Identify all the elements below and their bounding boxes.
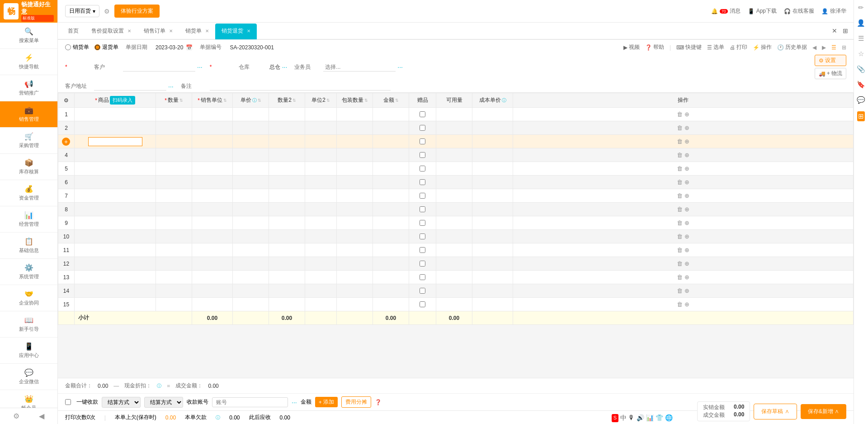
copy-row-icon[interactable]: ⊕	[684, 192, 689, 199]
sidebar-item-search[interactable]: 🔍 搜索菜单	[0, 23, 57, 49]
gift-checkbox[interactable]	[420, 261, 425, 267]
settings-bottom-icon[interactable]: ⚙	[13, 412, 19, 420]
list-view-icon[interactable]: ☰	[831, 44, 836, 51]
copy-row-icon[interactable]: ⊕	[684, 247, 689, 253]
nav-prev-icon[interactable]: ◀	[812, 44, 816, 51]
gift-checkbox[interactable]	[420, 274, 425, 280]
gift-checkbox[interactable]	[420, 301, 425, 307]
split-view-btn[interactable]: ⊞	[841, 26, 850, 35]
settings-btn[interactable]: ⚙ 设置	[815, 55, 846, 66]
qty2-sort-icon[interactable]: ⇅	[292, 98, 296, 103]
gift-checkbox[interactable]	[420, 247, 425, 253]
calendar-icon[interactable]: 📅	[186, 44, 193, 51]
delete-row-icon[interactable]: 🗑	[677, 192, 683, 199]
amount-sort-icon[interactable]: ⇅	[395, 98, 399, 103]
gift-checkbox[interactable]	[420, 138, 425, 144]
rp-edit-icon[interactable]: ✏	[858, 4, 864, 12]
tab-sales-order[interactable]: 销售订单 ✕	[137, 24, 179, 39]
product-input[interactable]	[88, 137, 142, 146]
user-item[interactable]: 👤 徐泽华	[821, 7, 846, 15]
expense-split-btn[interactable]: 费用分摊	[341, 396, 371, 408]
gift-checkbox[interactable]	[420, 152, 425, 158]
staff-input[interactable]	[323, 63, 396, 71]
calc-method-2-select[interactable]: 结算方式	[144, 397, 183, 408]
sidebar-item-member[interactable]: 👑 畅会员	[0, 390, 57, 408]
industry-select[interactable]: 日用百货 ▾	[65, 5, 99, 17]
sidebar-item-sales[interactable]: 💼 销售管理	[0, 101, 57, 128]
pack-sort-icon[interactable]: ⇅	[364, 98, 368, 103]
rp-list-icon[interactable]: ☰	[858, 34, 864, 43]
account-input[interactable]	[212, 397, 288, 407]
sidebar-item-system[interactable]: ⚙️ 系统管理	[0, 259, 57, 285]
toolbar-help[interactable]: ❓ 帮助	[645, 43, 664, 51]
one-click-payment-checkbox[interactable]	[65, 399, 71, 405]
delete-row-icon[interactable]: 🗑	[677, 287, 683, 294]
experience-btn[interactable]: 体验行业方案	[114, 5, 160, 18]
staff-ellipsis[interactable]: ···	[397, 63, 403, 71]
sidebar-item-wechat[interactable]: 💬 企业微信	[0, 364, 57, 390]
unit2-sort-icon[interactable]: ⇅	[326, 98, 330, 103]
copy-row-icon[interactable]: ⊕	[684, 287, 689, 294]
radio-delivery[interactable]: 销货单	[65, 43, 89, 51]
notes-input[interactable]	[210, 82, 391, 91]
gift-checkbox[interactable]	[420, 111, 425, 117]
copy-row-icon[interactable]: ⊕	[684, 124, 689, 131]
sidebar-item-enterprise[interactable]: 🤝 企业协同	[0, 285, 57, 311]
customer-ellipsis[interactable]: ···	[197, 63, 203, 71]
toolbar-print[interactable]: 🖨 打印	[730, 43, 747, 51]
sidebar-item-marketing[interactable]: 📢 营销推广	[0, 75, 57, 101]
gift-checkbox[interactable]	[420, 206, 425, 212]
address-input[interactable]	[94, 82, 166, 91]
tab-home[interactable]: 首页	[61, 24, 85, 39]
copy-row-icon[interactable]: ⊕	[684, 165, 689, 172]
copy-row-icon[interactable]: ⊕	[684, 138, 689, 145]
delete-row-icon[interactable]: 🗑	[677, 165, 683, 172]
delete-row-icon[interactable]: 🗑	[677, 301, 683, 308]
add-row-btn[interactable]: +	[62, 138, 70, 146]
copy-row-icon[interactable]: ⊕	[684, 111, 689, 118]
grid-view-icon[interactable]: ⊞	[842, 44, 846, 51]
copy-row-icon[interactable]: ⊕	[684, 274, 689, 281]
delete-row-icon[interactable]: 🗑	[677, 219, 683, 226]
rp-bookmark-icon[interactable]: 🔖	[857, 81, 865, 89]
delete-row-icon[interactable]: 🗑	[677, 233, 683, 240]
gift-checkbox[interactable]	[420, 220, 425, 226]
delete-row-icon[interactable]: 🗑	[677, 138, 683, 145]
delete-row-icon[interactable]: 🗑	[677, 179, 683, 186]
toolbar-history[interactable]: 🕐 历史单据	[777, 43, 807, 51]
topbar-gear-icon[interactable]: ⚙	[104, 8, 110, 15]
customer-input[interactable]	[123, 63, 195, 71]
notification-item[interactable]: 🔔 70 消息	[711, 7, 741, 15]
gift-checkbox[interactable]	[420, 233, 425, 239]
address-ellipsis[interactable]: ···	[168, 83, 174, 90]
sidebar-item-finance[interactable]: 💰 资金管理	[0, 180, 57, 206]
delete-row-icon[interactable]: 🗑	[677, 152, 683, 158]
copy-row-icon[interactable]: ⊕	[684, 233, 689, 240]
copy-row-icon[interactable]: ⊕	[684, 219, 689, 226]
save-draft-btn[interactable]: 保存草稿 ∧	[754, 404, 797, 419]
close-all-tabs-btn[interactable]: ✕	[830, 26, 839, 35]
tab-sales-delivery[interactable]: 销货单 ✕	[179, 24, 215, 39]
rp-star-icon[interactable]: ☆	[858, 50, 864, 58]
sidebar-item-apps[interactable]: 📱 应用中心	[0, 338, 57, 364]
rp-clip-icon[interactable]: 📎	[857, 65, 865, 73]
toolbar-select[interactable]: ☰ 选单	[707, 43, 724, 51]
tab-close-sales-return[interactable]: ✕	[247, 29, 250, 33]
account-ellipsis[interactable]: ···	[292, 399, 297, 406]
tab-close-sales-order[interactable]: ✕	[169, 29, 173, 33]
toolbar-video[interactable]: ▶ 视频	[623, 43, 640, 51]
tab-close-sales-delivery[interactable]: ✕	[205, 29, 209, 33]
online-service-item[interactable]: 🎧 在线客服	[784, 7, 814, 15]
qty-sort-icon[interactable]: ⇅	[179, 98, 183, 103]
delete-row-icon[interactable]: 🗑	[677, 206, 683, 213]
delete-row-icon[interactable]: 🗑	[677, 111, 683, 118]
add-payment-btn[interactable]: + 添加	[315, 397, 338, 407]
gift-checkbox[interactable]	[420, 125, 425, 131]
nav-next-icon[interactable]: ▶	[822, 44, 826, 51]
copy-row-icon[interactable]: ⊕	[684, 179, 689, 186]
calc-method-select[interactable]: 结算方式	[102, 397, 141, 408]
toolbar-shortcut[interactable]: ⌨ 快捷键	[676, 43, 702, 51]
copy-row-icon[interactable]: ⊕	[684, 301, 689, 308]
sidebar-item-inventory[interactable]: 📦 库存核算	[0, 154, 57, 180]
scan-btn[interactable]: 扫码录入	[110, 96, 135, 105]
